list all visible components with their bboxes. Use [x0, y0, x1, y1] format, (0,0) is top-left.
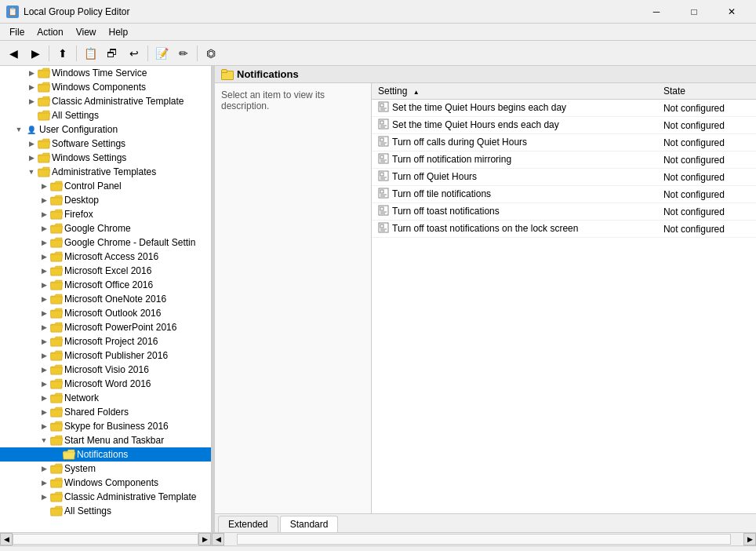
tree-item-network[interactable]: ▶ Network: [0, 391, 211, 405]
tree-item-firefox[interactable]: ▶ Firefox: [0, 207, 211, 221]
tree-expander-shared-folders[interactable]: ▶: [38, 405, 50, 419]
settings-row-2[interactable]: Turn off calls during Quiet HoursNot con…: [372, 134, 756, 151]
col-state[interactable]: State: [657, 83, 756, 100]
tree-item-desktop[interactable]: ▶ Desktop: [0, 193, 211, 207]
tree-expander-microsoft-publisher-2016[interactable]: ▶: [38, 348, 50, 363]
tree-expander-all-settings[interactable]: [25, 108, 38, 122]
settings-row-3[interactable]: Turn off notification mirroringNot confi…: [372, 151, 756, 169]
tree-expander-firefox[interactable]: ▶: [38, 207, 50, 221]
tree-hbar-track[interactable]: [13, 534, 198, 545]
tree-expander-microsoft-powerpoint-2016[interactable]: ▶: [38, 320, 50, 334]
tree-item-google-chrome[interactable]: ▶ Google Chrome: [0, 221, 211, 235]
settings-hbar-left[interactable]: ◀: [212, 533, 224, 546]
tree-expander-control-panel[interactable]: ▶: [38, 179, 50, 193]
tree-item-microsoft-publisher-2016[interactable]: ▶ Microsoft Publisher 2016: [0, 348, 211, 363]
tree-item-software-settings[interactable]: ▶ Software Settings: [0, 137, 211, 151]
tree-expander-notifications[interactable]: [50, 447, 63, 462]
toolbar-properties[interactable]: 📝: [151, 43, 172, 64]
tree-item-microsoft-outlook-2016[interactable]: ▶ Microsoft Outlook 2016: [0, 306, 211, 320]
tree-item-classic-admin-template-2[interactable]: ▶ Classic Administrative Template: [0, 490, 211, 504]
tree-expander-administrative-templates[interactable]: ▼: [25, 165, 38, 179]
settings-pane[interactable]: Setting ▲ State Set the time Quiet Hours…: [372, 83, 756, 513]
tree-item-microsoft-excel-2016[interactable]: ▶ Microsoft Excel 2016: [0, 264, 211, 278]
tree-expander-microsoft-word-2016[interactable]: ▶: [38, 377, 50, 391]
tab-extended[interactable]: Extended: [218, 516, 278, 532]
tree-expander-microsoft-office-2016[interactable]: ▶: [38, 278, 50, 292]
tree-hbar-left[interactable]: ◀: [0, 533, 13, 546]
tree-scroll[interactable]: ▶ Windows Time Service▶ Windows Componen…: [0, 66, 211, 532]
tree-item-windows-components[interactable]: ▶ Windows Components: [0, 80, 211, 94]
tree-item-microsoft-visio-2016[interactable]: ▶ Microsoft Visio 2016: [0, 363, 211, 377]
tree-expander-windows-settings[interactable]: ▶: [25, 151, 38, 165]
tree-item-control-panel[interactable]: ▶ Control Panel: [0, 179, 211, 193]
tree-expander-all-settings-2[interactable]: [38, 504, 50, 518]
toolbar-forward[interactable]: ▶: [25, 43, 45, 64]
settings-row-6[interactable]: Turn off toast notificationsNot configur…: [372, 203, 756, 221]
toolbar-filter[interactable]: ⏣: [201, 43, 221, 64]
tree-item-notifications[interactable]: Notifications: [0, 447, 211, 462]
close-button[interactable]: ✕: [714, 0, 750, 24]
tree-item-google-chrome-default-settin[interactable]: ▶ Google Chrome - Default Settin: [0, 235, 211, 250]
menu-help[interactable]: Help: [103, 25, 135, 39]
tree-expander-start-menu-taskbar[interactable]: ▼: [38, 433, 50, 447]
settings-row-7[interactable]: Turn off toast notifications on the lock…: [372, 221, 756, 238]
maximize-button[interactable]: □: [676, 0, 712, 24]
tree-expander-google-chrome[interactable]: ▶: [38, 221, 50, 235]
tree-item-administrative-templates[interactable]: ▼ Administrative Templates: [0, 165, 211, 179]
minimize-button[interactable]: ─: [638, 0, 674, 24]
tree-expander-microsoft-access-2016[interactable]: ▶: [38, 250, 50, 264]
menu-view[interactable]: View: [70, 25, 103, 39]
tree-expander-software-settings[interactable]: ▶: [25, 137, 38, 151]
tree-item-start-menu-taskbar[interactable]: ▼ Start Menu and Taskbar: [0, 433, 211, 447]
tree-expander-google-chrome-default-settin[interactable]: ▶: [38, 235, 50, 250]
settings-row-4[interactable]: Turn off Quiet HoursNot configured: [372, 169, 756, 186]
tree-item-windows-time-service[interactable]: ▶ Windows Time Service: [0, 66, 211, 80]
tree-item-windows-settings[interactable]: ▶ Windows Settings: [0, 151, 211, 165]
tree-item-windows-components-2[interactable]: ▶ Windows Components: [0, 476, 211, 490]
toolbar-back2[interactable]: ↩: [124, 43, 144, 64]
col-setting[interactable]: Setting ▲: [372, 83, 657, 100]
tree-item-microsoft-office-2016[interactable]: ▶ Microsoft Office 2016: [0, 278, 211, 292]
toolbar-new-window[interactable]: 🗗: [102, 43, 122, 64]
tree-item-microsoft-word-2016[interactable]: ▶ Microsoft Word 2016: [0, 377, 211, 391]
tree-expander-windows-components-2[interactable]: ▶: [38, 476, 50, 490]
tree-expander-network[interactable]: ▶: [38, 391, 50, 405]
tree-item-system[interactable]: ▶ System: [0, 462, 211, 476]
tree-expander-classic-admin-template[interactable]: ▶: [25, 94, 38, 108]
tree-expander-windows-components[interactable]: ▶: [25, 80, 38, 94]
tree-expander-skype-for-business-2016[interactable]: ▶: [38, 419, 50, 433]
settings-row-5[interactable]: Turn off tile notificationsNot configure…: [372, 186, 756, 203]
settings-row-1[interactable]: Set the time Quiet Hours ends each dayNo…: [372, 117, 756, 134]
tree-expander-desktop[interactable]: ▶: [38, 193, 50, 207]
tree-item-microsoft-project-2016[interactable]: ▶ Microsoft Project 2016: [0, 334, 211, 348]
tree-item-microsoft-powerpoint-2016[interactable]: ▶ Microsoft PowerPoint 2016: [0, 320, 211, 334]
tree-expander-microsoft-outlook-2016[interactable]: ▶: [38, 306, 50, 320]
tree-expander-classic-admin-template-2[interactable]: ▶: [38, 490, 50, 504]
tree-item-all-settings-2[interactable]: All Settings: [0, 504, 211, 518]
tree-item-user-configuration[interactable]: ▼👤User Configuration: [0, 122, 211, 137]
tree-item-shared-folders[interactable]: ▶ Shared Folders: [0, 405, 211, 419]
settings-hbar-right[interactable]: ▶: [743, 533, 756, 546]
tree-expander-system[interactable]: ▶: [38, 462, 50, 476]
tree-item-skype-for-business-2016[interactable]: ▶ Skype for Business 2016: [0, 419, 211, 433]
tree-expander-microsoft-excel-2016[interactable]: ▶: [38, 264, 50, 278]
settings-row-0[interactable]: Set the time Quiet Hours begins each day…: [372, 100, 756, 117]
tree-hbar-right[interactable]: ▶: [198, 533, 211, 546]
menu-file[interactable]: File: [3, 25, 31, 39]
tree-expander-microsoft-visio-2016[interactable]: ▶: [38, 363, 50, 377]
settings-hbar-track[interactable]: [237, 534, 731, 545]
tree-expander-windows-time-service[interactable]: ▶: [25, 66, 38, 80]
tree-item-classic-admin-template[interactable]: ▶ Classic Administrative Template: [0, 94, 211, 108]
tree-item-microsoft-access-2016[interactable]: ▶ Microsoft Access 2016: [0, 250, 211, 264]
tree-item-microsoft-onenote-2016[interactable]: ▶ Microsoft OneNote 2016: [0, 292, 211, 306]
toolbar-up[interactable]: ⬆: [53, 43, 73, 64]
tree-expander-microsoft-project-2016[interactable]: ▶: [38, 334, 50, 348]
tab-standard[interactable]: Standard: [280, 516, 339, 532]
tree-item-all-settings[interactable]: All Settings: [0, 108, 211, 122]
toolbar-show-hide-console[interactable]: 📋: [80, 43, 100, 64]
toolbar-help2[interactable]: ✏: [173, 43, 194, 64]
tree-expander-microsoft-onenote-2016[interactable]: ▶: [38, 292, 50, 306]
menu-action[interactable]: Action: [31, 25, 69, 39]
tree-expander-user-configuration[interactable]: ▼: [13, 122, 25, 137]
toolbar-back[interactable]: ◀: [3, 43, 24, 64]
